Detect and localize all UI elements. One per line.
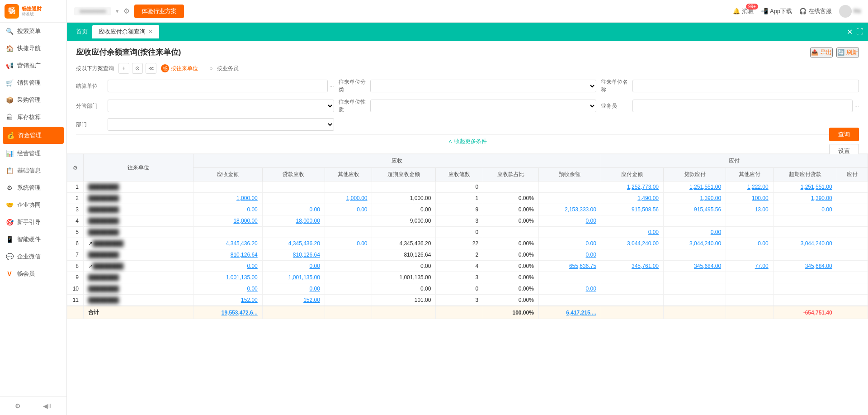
row-cell[interactable] — [601, 249, 663, 261]
query-button[interactable]: 查询 — [829, 128, 859, 141]
row-cell[interactable]: 915,495.56 — [664, 204, 726, 215]
row-cell[interactable]: 0.00 — [262, 204, 325, 215]
row-cell[interactable] — [773, 215, 837, 227]
row-cell[interactable]: 0.00 — [664, 227, 726, 238]
filter-select-lwdwxz[interactable] — [370, 100, 597, 112]
row-cell[interactable] — [262, 193, 325, 204]
sidebar-item-collab[interactable]: 🤝 企业协同 — [0, 196, 66, 214]
row-cell[interactable]: 77.00 — [726, 261, 774, 272]
row-cell[interactable] — [773, 249, 837, 261]
row-cell[interactable]: 1,001,135.00 — [262, 272, 325, 283]
row-cell[interactable]: 0.00 — [193, 283, 262, 295]
sidebar-item-marketing[interactable]: 📢 营销推广 — [0, 57, 66, 74]
refresh-button[interactable]: 🔄 刷新 — [836, 48, 859, 57]
row-cell[interactable]: 1,252,773.00 — [601, 181, 663, 193]
row-cell[interactable] — [538, 181, 601, 193]
row-cell[interactable]: 1,390.00 — [773, 193, 837, 204]
sidebar-item-basic[interactable]: 📋 基础信息 — [0, 162, 66, 179]
row-cell[interactable] — [773, 272, 837, 283]
row-cell[interactable] — [664, 215, 726, 227]
sidebar-item-wechat[interactable]: 💬 企业微信 — [0, 248, 66, 265]
row-cell[interactable] — [664, 295, 726, 306]
scheme-active-btn[interactable]: 畅 按往来单位 — [161, 64, 198, 72]
row-cell[interactable]: 0.00 — [538, 283, 601, 295]
row-cell[interactable]: 810,126.64 — [193, 249, 262, 261]
row-cell[interactable]: 2,153,333.00 — [538, 204, 601, 215]
row-cell[interactable]: 0.00 — [538, 238, 601, 249]
row-cell[interactable]: 915,508.56 — [601, 204, 663, 215]
footer-ar-total[interactable]: 19,553,472,6... — [193, 306, 262, 319]
table-container[interactable]: ⚙ 往来单位 应收 应付 应收金额 贷款应收 其他应收 超期应收金额 应收笔数 — [67, 154, 868, 415]
row-cell[interactable]: 0.00 — [193, 204, 262, 215]
topbar-dropdown-icon[interactable]: ▾ — [116, 8, 119, 14]
row-cell[interactable] — [325, 215, 372, 227]
row-cell[interactable] — [773, 227, 837, 238]
row-cell[interactable]: 3,044,240.00 — [773, 238, 837, 249]
row-cell[interactable]: 810,126.64 — [262, 249, 325, 261]
row-cell[interactable]: 4,345,436.20 — [193, 238, 262, 249]
tab-close-icon[interactable]: ✕ — [148, 29, 153, 35]
sidebar-item-sales[interactable]: 🛒 销售管理 — [0, 74, 66, 91]
row-cell[interactable] — [325, 181, 372, 193]
filter-dots-ywy[interactable]: ··· — [854, 103, 859, 109]
row-cell[interactable] — [601, 215, 663, 227]
row-cell[interactable]: 345,684.00 — [773, 261, 837, 272]
row-cell[interactable] — [601, 272, 663, 283]
row-cell[interactable]: 0.00 — [262, 283, 325, 295]
filter-add-btn[interactable]: + — [118, 63, 129, 74]
row-cell[interactable]: 0.00 — [538, 249, 601, 261]
sidebar-item-member[interactable]: V 畅会员 — [0, 265, 66, 282]
table-settings-th[interactable]: ⚙ — [67, 154, 84, 181]
filter-collapse-btn[interactable]: ≪ — [146, 63, 156, 74]
filter-input-jsdw[interactable] — [108, 80, 328, 92]
row-cell[interactable] — [325, 295, 372, 306]
row-cell[interactable] — [325, 227, 372, 238]
row-cell[interactable]: 0.00 — [325, 238, 372, 249]
row-cell[interactable]: 1,000.00 — [325, 193, 372, 204]
tab-close-window-icon[interactable]: ✕ — [847, 28, 853, 36]
sidebar-item-guide[interactable]: 🎯 新手引导 — [0, 214, 66, 231]
row-cell[interactable]: 0.00 — [773, 204, 837, 215]
filter-input-lwdwmc[interactable] — [632, 80, 859, 92]
row-cell[interactable] — [325, 249, 372, 261]
row-cell[interactable] — [193, 227, 262, 238]
row-cell[interactable]: 152.00 — [193, 295, 262, 306]
row-cell[interactable]: 3,044,240.00 — [601, 238, 663, 249]
row-cell[interactable] — [325, 261, 372, 272]
row-cell[interactable]: 18,000.00 — [262, 215, 325, 227]
customer-service-btn[interactable]: 🎧 在线客服 — [799, 7, 832, 15]
row-cell[interactable] — [773, 283, 837, 295]
row-cell[interactable]: 4,345,436.20 — [262, 238, 325, 249]
footer-advance-total[interactable]: 6,417,215.... — [538, 306, 601, 319]
row-cell[interactable] — [262, 227, 325, 238]
row-cell[interactable] — [601, 283, 663, 295]
row-cell[interactable]: 0.00 — [538, 215, 601, 227]
row-cell[interactable] — [726, 215, 774, 227]
notification-btn[interactable]: 🔔 消息 99+ — [733, 7, 754, 15]
row-cell[interactable] — [601, 295, 663, 306]
row-cell[interactable]: 345,761.00 — [601, 261, 663, 272]
export-button[interactable]: 📤 导出 — [810, 48, 833, 57]
row-cell[interactable] — [664, 283, 726, 295]
filter-dots-jsdw[interactable]: ··· — [330, 83, 334, 89]
row-cell[interactable]: 1,000.00 — [193, 193, 262, 204]
collapse-bar[interactable]: ∧ 收起更多条件 — [76, 134, 859, 148]
row-cell[interactable] — [538, 295, 601, 306]
row-cell[interactable]: 13.00 — [726, 204, 774, 215]
sidebar-item-finance[interactable]: 💰 资金管理 — [3, 127, 64, 144]
row-cell[interactable]: 1,222.00 — [726, 181, 774, 193]
row-cell[interactable]: 1,490.00 — [601, 193, 663, 204]
row-cell[interactable] — [726, 283, 774, 295]
filter-select-lwdwfl[interactable] — [370, 80, 597, 92]
row-cell[interactable] — [262, 181, 325, 193]
row-cell[interactable]: 18,000.00 — [193, 215, 262, 227]
row-cell[interactable]: 1,001,135.00 — [193, 272, 262, 283]
filter-input-ywy[interactable] — [632, 100, 853, 112]
row-cell[interactable] — [538, 193, 601, 204]
row-cell[interactable]: 0.00 — [325, 204, 372, 215]
sidebar-item-purchase[interactable]: 📦 采购管理 — [0, 91, 66, 109]
tab-home[interactable]: 首页 — [71, 25, 92, 38]
table-settings-icon[interactable]: ⚙ — [73, 165, 78, 171]
row-cell[interactable]: 0.00 — [193, 261, 262, 272]
row-cell[interactable] — [726, 249, 774, 261]
